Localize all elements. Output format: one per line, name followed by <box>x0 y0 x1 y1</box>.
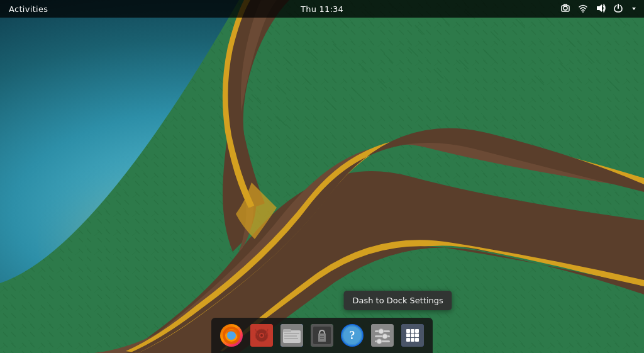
svg-rect-38 <box>411 333 414 337</box>
svg-rect-20 <box>284 338 298 339</box>
activities-button[interactable]: Activities <box>5 4 52 14</box>
volume-icon[interactable] <box>594 3 608 15</box>
svg-rect-41 <box>411 338 414 342</box>
appgrid-icon <box>401 324 424 347</box>
dock-item-firefox[interactable] <box>218 322 245 349</box>
svg-rect-36 <box>415 329 419 333</box>
files-icon <box>280 324 303 347</box>
svg-point-32 <box>377 339 382 344</box>
desktop: Activities Thu 11:34 <box>0 0 644 353</box>
svg-rect-19 <box>284 335 297 337</box>
help-icon: ? <box>341 324 364 347</box>
svg-point-5 <box>582 11 584 13</box>
svg-point-14 <box>260 334 263 337</box>
dock-item-help[interactable]: ? <box>338 322 366 349</box>
svg-rect-39 <box>415 333 419 337</box>
svg-point-28 <box>379 329 384 334</box>
svg-marker-6 <box>597 4 602 12</box>
svg-rect-17 <box>283 329 291 332</box>
dock-item-rhythmbox[interactable] <box>248 322 275 349</box>
svg-text:?: ? <box>350 329 355 342</box>
wallpaper <box>0 0 644 353</box>
power-dropdown-arrow[interactable] <box>629 4 639 14</box>
svg-marker-7 <box>632 8 636 10</box>
software-icon <box>311 324 333 347</box>
svg-rect-34 <box>406 329 410 333</box>
svg-rect-40 <box>406 338 410 342</box>
firefox-icon <box>220 324 243 347</box>
dock: ? <box>211 318 433 353</box>
topbar-right <box>558 3 639 15</box>
svg-rect-42 <box>415 338 419 342</box>
dock-item-system-settings[interactable] <box>369 322 396 349</box>
svg-rect-37 <box>406 333 410 337</box>
network-icon[interactable] <box>576 3 590 15</box>
topbar: Activities Thu 11:34 <box>0 0 644 18</box>
topbar-left: Activities <box>5 4 52 14</box>
dock-item-files[interactable] <box>278 322 306 349</box>
dock-item-software[interactable] <box>308 322 336 349</box>
svg-rect-35 <box>411 329 414 333</box>
svg-point-3 <box>564 6 567 10</box>
system-settings-icon <box>371 324 394 347</box>
rhythmbox-icon <box>250 324 273 347</box>
topbar-clock[interactable]: Thu 11:34 <box>301 4 343 14</box>
svg-point-30 <box>382 334 387 339</box>
screenshot-icon[interactable] <box>558 3 572 15</box>
power-icon[interactable] <box>611 3 625 15</box>
dock-item-appgrid[interactable] <box>399 322 426 349</box>
svg-rect-18 <box>284 333 299 334</box>
